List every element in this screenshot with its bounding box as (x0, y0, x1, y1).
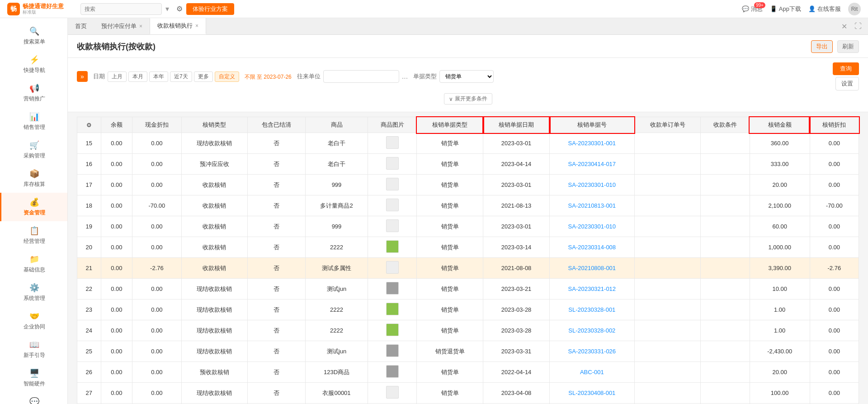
doc-no-link[interactable]: SA-20210813-001 (568, 202, 616, 209)
cell-doc-no[interactable]: SL-20230328-001 (550, 299, 635, 320)
basic-icon: 📁 (29, 254, 39, 264)
filter-expand-button[interactable]: » (77, 71, 88, 82)
cell-type: 现结收款核销 (181, 320, 248, 341)
online-service-btn[interactable]: 👤 在线客服 (808, 5, 841, 13)
export-button[interactable]: 导出 (811, 40, 833, 53)
sidebar-item-hardware[interactable]: 🖥️ 智能硬件 (0, 364, 67, 392)
cell-payment-cond (701, 195, 750, 216)
sidebar-item-inventory[interactable]: 📦 库存核算 (0, 164, 67, 193)
sidebar-item-guide[interactable]: 📖 新手引导 (0, 335, 67, 364)
doc-no-link[interactable]: SA-20230331-026 (568, 348, 616, 355)
sidebar-item-search[interactable]: 🔍 搜索菜单 (0, 22, 67, 50)
cell-doc-no[interactable]: SA-20230301-010 (550, 175, 635, 195)
doc-no-link[interactable]: SA-20230301-001 (568, 140, 616, 147)
btn-more[interactable]: 更多 (194, 71, 213, 82)
refresh-button[interactable]: 刷新 (837, 40, 859, 53)
doctype-select[interactable]: 销货单 销货退货单 (439, 70, 494, 83)
cell-doc-no[interactable]: SL-20230408-001 (550, 383, 635, 404)
logo-icon: 畅 (7, 3, 20, 15)
btn-custom[interactable]: 自定义 (215, 71, 239, 82)
sidebar-item-marketing[interactable]: 📢 营销推广 (0, 79, 67, 107)
sidebar-item-system[interactable]: ⚙️ 系统管理 (0, 278, 67, 307)
cell-settled: 否 (248, 133, 306, 154)
cell-product-img (368, 299, 417, 320)
table-row: 17 0.00 0.00 收款核销 否 999 销货单 2023-03-01 S… (77, 175, 859, 195)
cell-doc-no[interactable]: SA-20210808-001 (550, 258, 635, 279)
cell-doc-date: 2023-03-01 (483, 133, 550, 154)
doc-no-link[interactable]: SL-20230328-001 (568, 306, 615, 313)
sidebar-label-inventory: 库存核算 (24, 181, 45, 188)
purchase-icon: 🛒 (29, 140, 39, 150)
sidebar-item-wechat[interactable]: 💬 企业微信 (0, 392, 67, 404)
sidebar-item-collab[interactable]: 🤝 企业协同 (0, 307, 67, 335)
sidebar-item-finance[interactable]: 💰 资金管理 (0, 193, 67, 221)
user-avatar[interactable]: Rit (848, 3, 861, 15)
btn-last-month[interactable]: 上月 (108, 71, 127, 82)
cell-doc-no[interactable]: SA-20230331-026 (550, 341, 635, 362)
btn-this-year[interactable]: 本年 (149, 71, 168, 82)
sidebar-item-quick[interactable]: ⚡ 快捷导航 (0, 50, 67, 79)
doc-no-link[interactable]: SA-20230314-008 (568, 244, 616, 251)
cell-doc-no[interactable]: SA-20230301-001 (550, 133, 635, 154)
cell-settled: 否 (248, 154, 306, 175)
cell-doc-no[interactable]: SA-20230314-008 (550, 237, 635, 258)
col-settings[interactable]: ⚙ (77, 117, 101, 133)
app-download-btn[interactable]: 📱 App下载 (770, 5, 801, 13)
tab-action-close[interactable]: ✕ (839, 21, 850, 32)
page: 收款核销执行(按收款) 导出 刷新 » 日期 上月 本月 本年 (68, 35, 868, 404)
settings-icon[interactable]: ⚙ (176, 5, 183, 13)
doc-no-link[interactable]: SL-20230408-001 (568, 390, 615, 396)
tab-prepay-close[interactable]: × (139, 23, 142, 29)
sidebar-item-sales[interactable]: 📊 销售管理 (0, 107, 67, 136)
sidebar-label-operations: 经营管理 (24, 238, 45, 245)
cell-no: 22 (77, 279, 101, 299)
cell-discount: 0.00 (810, 299, 859, 320)
cell-doc-no[interactable]: ABC-001 (550, 362, 635, 383)
doc-no-link[interactable]: SL-20230328-002 (568, 327, 615, 334)
btn-this-month[interactable]: 本月 (128, 71, 147, 82)
tab-prepay[interactable]: 预付冲应付单 × (94, 19, 150, 34)
doc-no-link[interactable]: SA-20230301-010 (568, 181, 616, 188)
tab-verify[interactable]: 收款核销执行 × (150, 18, 206, 34)
partner-input[interactable] (323, 70, 399, 83)
setting-button[interactable]: 设置 (835, 77, 859, 90)
sidebar-item-operations[interactable]: 📋 经营管理 (0, 221, 67, 250)
table-header-row: ⚙ 余额 现金折扣 核销类型 包含已结清 商品 商品图片 核销单据类型 核销单据… (77, 117, 859, 133)
cell-payment-cond (701, 258, 750, 279)
doc-no-link[interactable]: SA-20230301-010 (568, 223, 616, 230)
industry-button[interactable]: 体验行业方案 (186, 3, 234, 15)
expand-more-button[interactable]: ∨ 展开更多条件 (444, 93, 492, 105)
sidebar-item-purchase[interactable]: 🛒 采购管理 (0, 136, 67, 164)
doc-no-link[interactable]: SA-20230414-017 (568, 161, 616, 167)
cell-cash-discount: -70.00 (132, 195, 181, 216)
partner-dots[interactable]: ... (402, 72, 408, 81)
cell-doc-no[interactable]: SA-20230321-012 (550, 279, 635, 299)
cell-no: 17 (77, 175, 101, 195)
cell-doc-no[interactable]: SA-20230301-010 (550, 216, 635, 237)
cell-doc-no[interactable]: SL-20230328-002 (550, 320, 635, 341)
doc-no-link[interactable]: SA-20230321-012 (568, 285, 616, 292)
sidebar-label-system: 系统管理 (24, 295, 45, 302)
sidebar-item-basic[interactable]: 📁 基础信息 (0, 250, 67, 278)
btn-last7[interactable]: 近7天 (170, 71, 192, 82)
tab-verify-close[interactable]: × (195, 23, 198, 29)
cell-product: 123D商品 (305, 362, 368, 383)
wechat-icon: 💬 (29, 397, 39, 404)
cell-product-img (368, 362, 417, 383)
query-button[interactable]: 查询 (833, 62, 859, 75)
dropdown-icon[interactable]: ▾ (165, 5, 169, 13)
tab-action-expand[interactable]: ⛶ (852, 21, 864, 31)
cell-cash-discount: 0.00 (132, 216, 181, 237)
sidebar: 🔍 搜索菜单 ⚡ 快捷导航 📢 营销推广 📊 销售管理 🛒 采购管理 📦 库存核… (0, 18, 68, 404)
cell-amount: 10.00 (750, 279, 810, 299)
cell-doc-no[interactable]: SA-20230414-017 (550, 154, 635, 175)
doc-no-link[interactable]: ABC-001 (580, 369, 604, 375)
cell-product-img (368, 279, 417, 299)
cell-doc-no[interactable]: SA-20210813-001 (550, 195, 635, 216)
tab-home[interactable]: 首页 (68, 19, 94, 34)
cell-discount: -70.00 (810, 195, 859, 216)
operations-icon: 📋 (29, 226, 39, 236)
notification-bell[interactable]: 💬 消息 99+ (742, 5, 763, 13)
doc-no-link[interactable]: SA-20210808-001 (568, 265, 616, 271)
top-search-input[interactable] (80, 3, 162, 15)
